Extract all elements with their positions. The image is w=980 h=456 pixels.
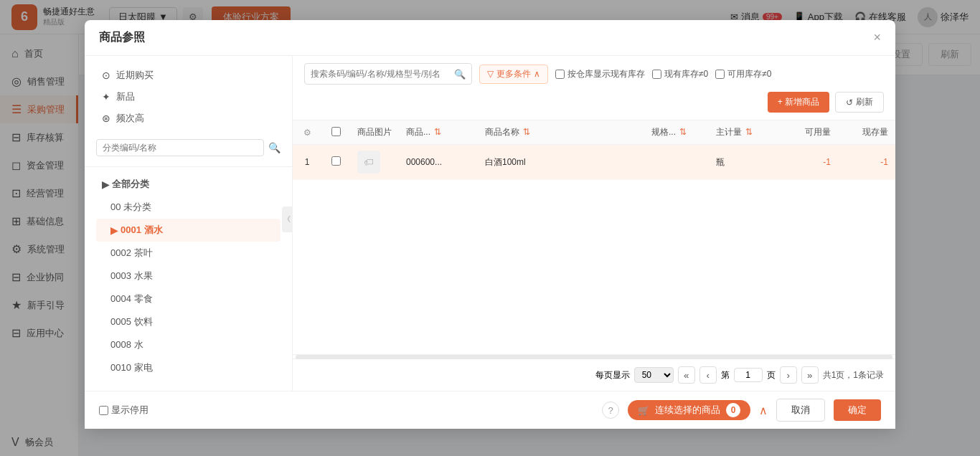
category-0010[interactable]: 0010 家电 [96,356,281,379]
row-name: 白酒100ml [478,145,644,180]
expand-icon: ▶ [102,179,109,190]
table-row[interactable]: 1 🏷 000600... [293,145,895,180]
col-header-code[interactable]: 商品... ⇅ [399,120,478,145]
select-all-checkbox[interactable] [331,127,341,136]
checkbox-avail-nonzero[interactable]: 可用库存≠0 [715,68,771,80]
quick-link-new[interactable]: ✦ 新品 [96,86,281,108]
modal-header: 商品参照 × [85,20,895,56]
toolbar-right: + 新增商品 ↺ 刷新 [768,92,884,113]
sort-code-icon: ⇅ [434,127,441,137]
footer-right: ? 🛒 连续选择的商品 0 ∧ 取消 确定 [602,399,881,422]
row-stock: -1 [838,145,895,180]
per-page-label: 每页显示 [595,369,630,381]
col-header-stock: 现存量 [838,120,895,145]
filter-icon: ▽ [487,69,494,79]
pagination: 每页显示 50 10 20 100 « ‹ 第 页 › » 共1页，1条记录 [293,358,895,391]
table-settings-icon[interactable]: ⚙ [303,128,311,138]
product-table-container: ⚙ 商品图片 商品... ⇅ [293,120,895,354]
collapse-up-icon[interactable]: ∧ [759,404,768,417]
row-num: 1 [293,145,321,180]
add-product-button[interactable]: + 新增商品 [768,92,829,113]
sort-spec-icon: ⇅ [679,127,687,137]
category-0003[interactable]: 0003 水果 [96,265,281,288]
page-suffix: 页 [767,369,776,381]
row-avail: -1 [766,145,838,180]
footer-left: 显示停用 [99,404,149,417]
prev-page-button[interactable]: ‹ [699,366,717,384]
page-input[interactable] [734,368,763,382]
col-header-settings[interactable]: ⚙ [293,120,321,145]
refresh-icon: ↺ [846,98,853,108]
last-page-button[interactable]: » [801,366,819,384]
modal-title: 商品参照 [99,30,145,45]
cart-count-badge: 0 [726,403,740,417]
col-header-avail: 可用量 [766,120,838,145]
collapse-panel-button[interactable]: 《 [282,206,292,232]
category-search-input[interactable] [96,139,264,156]
product-list-panel: 🔍 ▽ 更多条件 ∧ 按仓库显示现有库存 现有库存≠0 [293,56,895,391]
new-icon: ✦ [102,91,110,103]
row-spec [644,145,709,180]
per-page-select[interactable]: 50 10 20 100 [634,367,674,383]
product-search-icon[interactable]: 🔍 [448,69,471,80]
sort-name-icon: ⇅ [523,127,530,137]
col-header-checkbox[interactable] [321,120,350,145]
close-icon[interactable]: × [873,30,881,45]
product-thumbnail: 🏷 [357,151,380,174]
category-0002[interactable]: 0002 茶叶 [96,242,281,265]
product-search-input[interactable] [305,69,448,79]
category-all[interactable]: ▶ 全部分类 [96,173,281,196]
show-disabled-checkbox[interactable]: 显示停用 [99,404,149,417]
cart-icon: 🛒 [638,405,649,416]
next-page-button[interactable]: › [780,366,797,384]
product-toolbar: 🔍 ▽ 更多条件 ∧ 按仓库显示现有库存 现有库存≠0 [293,56,895,120]
row-unit: 瓶 [709,145,766,180]
col-header-unit[interactable]: 主计量 ⇅ [709,120,766,145]
category-00[interactable]: 00 未分类 [96,196,281,219]
category-0001[interactable]: ▶ 0001 酒水 [96,219,281,242]
more-filter-button[interactable]: ▽ 更多条件 ∧ [479,65,548,84]
confirm-button[interactable]: 确定 [834,399,881,421]
sort-unit-icon: ⇅ [745,127,753,137]
row-code: 000600... [399,145,478,180]
expand-icon-0001: ▶ [110,225,118,236]
category-panel: ⊙ 近期购买 ✦ 新品 ⊛ 频次高 《 [85,56,293,391]
category-list: ▶ 全部分类 00 未分类 ▶ 0001 酒水 0002 茶叶 0003 水果 [85,170,292,382]
quick-links: ⊙ 近期购买 ✦ 新品 ⊛ 频次高 [85,65,292,135]
product-modal: 商品参照 × ⊙ 近期购买 ✦ 新品 ⊛ [85,20,895,429]
page-label: 第 [721,369,730,381]
cancel-button[interactable]: 取消 [776,399,825,422]
col-header-img: 商品图片 [350,120,399,145]
row-img: 🏷 [350,145,399,180]
category-search-button[interactable]: 🔍 [268,142,281,153]
cart-area[interactable]: 🛒 连续选择的商品 0 [628,400,750,420]
category-search-row: 🔍 [85,135,292,163]
col-header-spec[interactable]: 规格... ⇅ [644,120,709,145]
category-0008[interactable]: 0008 水 [96,333,281,356]
first-page-button[interactable]: « [678,366,695,384]
recent-icon: ⊙ [102,70,110,81]
refresh-product-button[interactable]: ↺ 刷新 [835,92,884,113]
modal-footer: 显示停用 ? 🛒 连续选择的商品 0 ∧ 取消 确定 [85,391,895,429]
product-search-bar: 🔍 [304,63,472,85]
total-info: 共1页，1条记录 [823,369,884,381]
quick-link-frequent[interactable]: ⊛ 频次高 [96,108,281,129]
quick-link-recent[interactable]: ⊙ 近期购买 [96,65,281,86]
frequent-icon: ⊛ [102,113,110,124]
checkbox-stock-nonzero[interactable]: 现有库存≠0 [652,68,708,80]
category-0005[interactable]: 0005 饮料 [96,310,281,333]
col-header-name[interactable]: 商品名称 ⇅ [478,120,644,145]
checkbox-by-warehouse[interactable]: 按仓库显示现有库存 [555,68,645,80]
row-checkbox[interactable] [321,145,350,180]
product-table: ⚙ 商品图片 商品... ⇅ [293,120,895,180]
help-icon[interactable]: ? [602,402,619,419]
category-0004[interactable]: 0004 零食 [96,288,281,310]
